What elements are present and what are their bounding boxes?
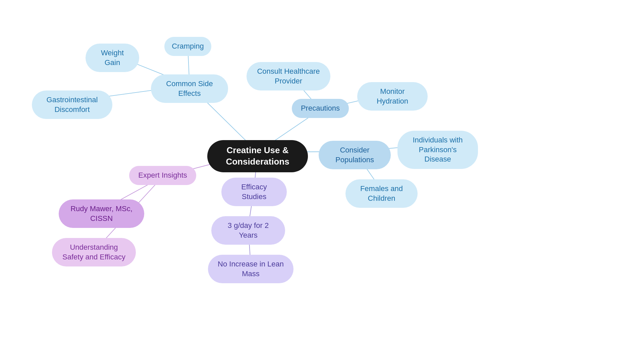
gastrointestinal[interactable]: Gastrointestinal Discomfort [32, 90, 112, 119]
mindmap-container: Creatine Use & ConsiderationsCommon Side… [0, 0, 644, 363]
rudy-mawer[interactable]: Rudy Mawer, MSc, CISSN [59, 199, 144, 228]
weight-gain[interactable]: Weight Gain [86, 44, 139, 72]
cramping[interactable]: Cramping [164, 37, 211, 56]
understanding-safety[interactable]: Understanding Safety and Efficacy [52, 238, 136, 266]
parkinsons[interactable]: Individuals with Parkinson's Disease [397, 131, 478, 169]
precautions[interactable]: Precautions [292, 99, 349, 118]
expert-insights[interactable]: Expert Insights [129, 166, 196, 185]
no-increase[interactable]: No Increase in Lean Mass [208, 255, 293, 283]
monitor-hydration[interactable]: Monitor Hydration [357, 82, 428, 111]
consult-healthcare[interactable]: Consult Healthcare Provider [247, 62, 330, 90]
consider-populations[interactable]: Consider Populations [319, 141, 391, 169]
3g-day[interactable]: 3 g/day for 2 Years [211, 216, 285, 245]
females-children[interactable]: Females and Children [345, 179, 418, 208]
center-node[interactable]: Creatine Use & Considerations [207, 140, 308, 172]
common-side-effects[interactable]: Common Side Effects [151, 74, 228, 103]
efficacy-studies[interactable]: Efficacy Studies [221, 178, 287, 206]
